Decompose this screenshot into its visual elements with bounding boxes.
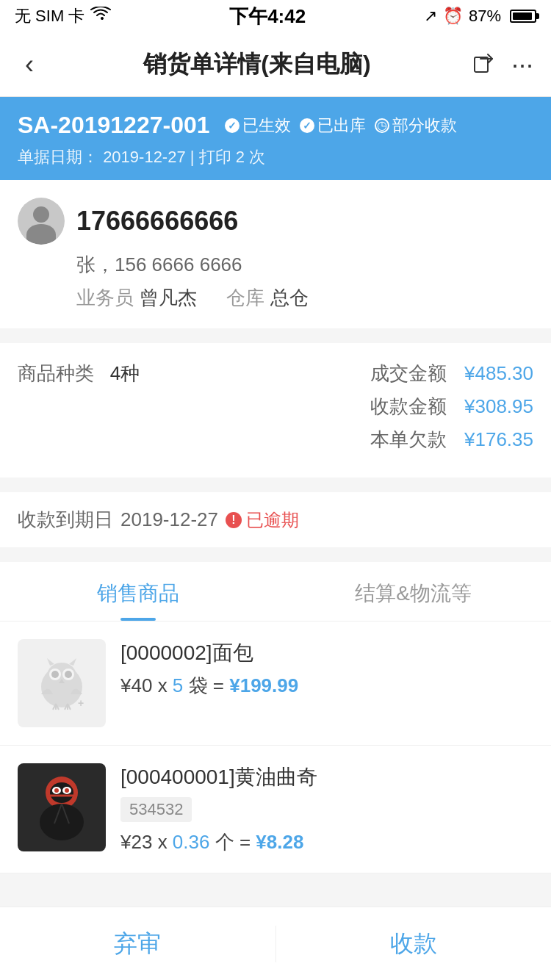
product-types-label: 商品种类	[18, 362, 94, 384]
product-name-1: [0000002]面包	[120, 639, 533, 667]
svg-point-7	[65, 671, 72, 678]
deal-amount-value: ¥485.30	[464, 362, 533, 385]
bottom-bar: 弃审 收款	[0, 907, 551, 980]
check-icon-2	[300, 118, 314, 133]
product-details-1: [0000002]面包 ¥40 x 5 袋 = ¥199.99	[120, 639, 533, 699]
status-time: 下午4:42	[229, 4, 306, 29]
status-tag-partial: 部分收款	[375, 115, 457, 137]
tabs-section: 销售商品 结算&物流等	[0, 562, 551, 621]
product-qty-1: 5	[173, 674, 183, 696]
wifi-icon	[90, 7, 111, 26]
due-label: 收款到期日	[18, 507, 113, 533]
product-details-2: [000400001]黄油曲奇 534532 ¥23 x 0.36 个 = ¥8…	[120, 763, 533, 855]
svg-point-18	[65, 788, 69, 793]
product-total-2: ¥8.28	[256, 831, 303, 853]
product-types-value: 4种	[110, 362, 140, 384]
confirm-button[interactable]: 收款	[276, 913, 552, 975]
carrier-text: 无 SIM 卡	[15, 5, 84, 27]
product-item-2: [000400001]黄油曲奇 534532 ¥23 x 0.36 个 = ¥8…	[0, 746, 551, 873]
nav-actions: ···	[473, 49, 533, 80]
summary-right: 成交金额 ¥485.30 收款金额 ¥308.95 本单欠款 ¥176.35	[370, 361, 533, 460]
overdue-icon: !	[226, 512, 242, 528]
due-date: 2019-12-27	[120, 508, 218, 531]
summary-section: 商品种类 4种 成交金额 ¥485.30 收款金额 ¥308.95 本单欠款 ¥…	[0, 343, 551, 478]
gap-2	[0, 485, 551, 492]
product-total-1: ¥199.99	[229, 674, 298, 696]
status-bar: 无 SIM 卡 下午4:42 ↗ ⏰ 87%	[0, 0, 551, 32]
product-qty-2: 0.36	[173, 831, 210, 853]
share-button[interactable]	[473, 49, 497, 80]
status-shipped: 已出库	[317, 115, 366, 137]
svg-marker-9	[47, 658, 54, 666]
gap-3	[0, 555, 551, 562]
received-amount-value: ¥308.95	[464, 395, 533, 418]
location-icon: ↗	[424, 7, 437, 26]
header-banner: SA-20191227-001 已生效 已出库 部分收款 单据日期： 2019-…	[0, 97, 551, 180]
sales-label: 业务员	[76, 285, 134, 311]
status-right: ↗ ⏰ 87%	[424, 7, 536, 26]
product-image-1: +	[18, 639, 106, 727]
product-batch: 534532	[120, 797, 192, 822]
nav-bar: ‹ 销货单详情(来自电脑) ···	[0, 32, 551, 97]
status-left: 无 SIM 卡	[15, 5, 111, 27]
svg-text:+: +	[78, 697, 84, 709]
tab-settlement[interactable]: 结算&物流等	[276, 562, 551, 621]
svg-point-17	[54, 788, 59, 793]
status-tag-shipped: 已出库	[300, 115, 366, 137]
product-price-1: ¥40 x 5 袋 = ¥199.99	[120, 673, 533, 699]
overdue-badge: ! 已逾期	[226, 508, 299, 532]
products-section: + [0000002]面包 ¥40 x 5 袋 = ¥199.99	[0, 621, 551, 873]
due-section: 收款到期日 2019-12-27 ! 已逾期	[0, 492, 551, 547]
header-date: 单据日期： 2019-12-27 | 打印 2 次	[18, 146, 533, 168]
alarm-icon: ⏰	[443, 7, 463, 26]
customer-name: 17666666666	[76, 206, 238, 237]
status-tags: 已生效 已出库 部分收款	[225, 115, 457, 137]
debt-amount-value: ¥176.35	[464, 428, 533, 451]
tabs-row: 销售商品 结算&物流等	[0, 562, 551, 621]
product-types-item: 商品种类 4种	[18, 361, 140, 386]
product-image-2	[18, 763, 106, 851]
svg-point-6	[51, 671, 59, 678]
received-amount-label: 收款金额	[370, 394, 447, 419]
clock-icon	[375, 118, 389, 133]
gap-1	[0, 336, 551, 343]
avatar	[18, 198, 65, 245]
page-title: 销货单详情(来自电脑)	[143, 48, 370, 81]
debt-amount-label: 本单欠款	[370, 427, 447, 453]
svg-marker-10	[69, 658, 76, 666]
warehouse-name: 总仓	[270, 285, 309, 311]
back-button[interactable]: ‹	[18, 42, 41, 87]
customer-meta: 业务员 曾凡杰 仓库 总仓	[18, 285, 533, 311]
battery-icon	[510, 10, 536, 23]
order-id: SA-20191227-001	[18, 112, 210, 139]
warehouse-label: 仓库	[226, 285, 264, 311]
deal-amount-label: 成交金额	[370, 361, 447, 386]
product-price-2: ¥23 x 0.36 个 = ¥8.28	[120, 829, 533, 855]
svg-point-13	[40, 804, 84, 840]
product-name-2: [000400001]黄油曲奇	[120, 763, 533, 791]
check-icon-1	[225, 118, 240, 133]
customer-section: 17666666666 张，156 6666 6666 业务员 曾凡杰 仓库 总…	[0, 180, 551, 328]
more-button[interactable]: ···	[511, 49, 533, 80]
status-effective: 已生效	[242, 115, 291, 137]
status-partial: 部分收款	[392, 115, 457, 137]
cancel-button[interactable]: 弃审	[0, 913, 276, 975]
overdue-text: 已逾期	[246, 508, 299, 532]
tab-products[interactable]: 销售商品	[0, 562, 276, 621]
battery-percent: 87%	[469, 7, 501, 26]
product-item: + [0000002]面包 ¥40 x 5 袋 = ¥199.99	[0, 621, 551, 746]
customer-contact: 张，156 6666 6666	[18, 252, 533, 278]
status-tag-effective: 已生效	[225, 115, 291, 137]
sales-name: 曾凡杰	[140, 285, 197, 311]
